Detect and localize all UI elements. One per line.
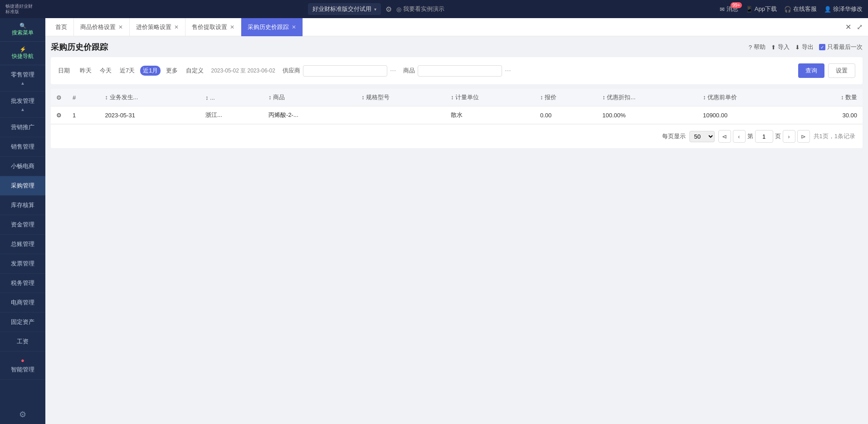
- data-table-container: ⚙ # ↕ 业务发生... ↕ ... ↕ 商品: [51, 89, 863, 148]
- date-yesterday[interactable]: 昨天: [77, 66, 94, 76]
- col-label: ↕ ...: [205, 94, 215, 101]
- sidebar-item-sales[interactable]: 销售管理: [0, 137, 45, 157]
- sidebar-item-purchase[interactable]: 采购管理: [0, 176, 45, 196]
- prev-page-button[interactable]: ‹: [733, 130, 746, 143]
- col-more[interactable]: ↕ ...: [200, 89, 263, 106]
- settings-icon[interactable]: ⚙: [385, 5, 392, 14]
- close-icon[interactable]: ✕: [230, 24, 234, 30]
- dot-icon: ●: [21, 357, 24, 364]
- table-row: ⚙ 1 2023-05-31 浙江... 丙烯酸-2-... 散水 0.00 1…: [51, 106, 863, 124]
- date-more[interactable]: 更多: [163, 66, 180, 76]
- first-page-button[interactable]: ⊲: [718, 130, 731, 143]
- tab-maximize-button[interactable]: ⤢: [855, 21, 864, 33]
- col-unit[interactable]: ↕ 计量单位: [445, 89, 535, 106]
- tab-price[interactable]: 商品价格设置 ✕: [74, 18, 130, 36]
- supplier-dots-button[interactable]: ···: [390, 67, 396, 75]
- supplier-input[interactable]: [303, 65, 387, 77]
- sidebar-item-inventory[interactable]: 库存核算: [0, 196, 45, 215]
- col-label: ↕ 数量: [841, 94, 857, 101]
- sidebar-item-label: 发票管理: [11, 260, 34, 268]
- logo-line2: 标准版: [5, 9, 33, 14]
- app-body: 🔍 搜索菜单 ⚡ 快捷导航 零售管理 ▲ 批发管理 ▲ 营销推广 销售管理 小畅…: [0, 18, 868, 424]
- col-quantity[interactable]: ↕ 数量: [800, 89, 863, 106]
- query-button[interactable]: 查询: [798, 63, 824, 78]
- next-page-button[interactable]: ›: [783, 130, 795, 143]
- chevron-down-icon: ▾: [374, 7, 376, 12]
- col-goods[interactable]: ↕ 商品: [263, 89, 356, 106]
- settings-button[interactable]: 设置: [828, 63, 855, 78]
- tab-label: 首页: [55, 23, 67, 31]
- sidebar-item-label: 销售管理: [11, 143, 34, 151]
- sidebar-item-accounting[interactable]: 总账管理: [0, 235, 45, 254]
- sidebar-quick-nav[interactable]: ⚡ 快捷导航: [0, 42, 45, 65]
- gear-icon: ⚙: [19, 410, 26, 419]
- sidebar-item-marketing[interactable]: 营销推广: [0, 118, 45, 137]
- page-number-input[interactable]: [755, 130, 773, 143]
- sidebar-item-label: 总账管理: [11, 240, 34, 248]
- col-biz-date[interactable]: ↕ 业务发生...: [99, 89, 200, 106]
- page-label-post: 页: [775, 132, 781, 140]
- per-page-select[interactable]: 50 10 20 100: [689, 131, 715, 142]
- nav-icon: ⚡: [20, 46, 26, 53]
- sidebar-item-finance[interactable]: 资金管理: [0, 215, 45, 235]
- col-price[interactable]: ↕ 报价: [535, 89, 597, 106]
- sidebar-item-fixed-assets[interactable]: 固定资产: [0, 313, 45, 332]
- tab-bar: 首页 商品价格设置 ✕ 进价策略设置 ✕ 售价提取设置 ✕ 采购历史价跟踪 ✕ …: [45, 18, 868, 36]
- sidebar-item-retail[interactable]: 零售管理 ▲: [0, 65, 45, 92]
- col-gear[interactable]: ⚙: [51, 89, 67, 106]
- date-last7[interactable]: 近7天: [117, 66, 137, 76]
- online-service-label: 在线客服: [793, 5, 817, 13]
- sidebar-item-label: 批发管理: [11, 97, 34, 105]
- demo-button[interactable]: ◎ 我要看实例演示: [396, 5, 444, 13]
- sidebar-item-ecommerce-small[interactable]: 小畅电商: [0, 157, 45, 176]
- goods-dots-button[interactable]: ···: [505, 67, 511, 75]
- tab-close-button[interactable]: ✕: [844, 21, 853, 33]
- col-pre-discount-price[interactable]: ↕ 优惠前单价: [697, 89, 800, 106]
- row-gear[interactable]: ⚙: [51, 106, 67, 124]
- demo-label: 我要看实例演示: [403, 5, 444, 13]
- version-selector[interactable]: 好业财标准版交付试用 ▾: [308, 3, 381, 15]
- sidebar-item-wholesale[interactable]: 批发管理 ▲: [0, 92, 45, 118]
- data-table: ⚙ # ↕ 业务发生... ↕ ... ↕ 商品: [51, 89, 863, 124]
- date-today[interactable]: 今天: [97, 66, 114, 76]
- date-last1m[interactable]: 近1月: [140, 66, 161, 76]
- main-area: 首页 商品价格设置 ✕ 进价策略设置 ✕ 售价提取设置 ✕ 采购历史价跟踪 ✕ …: [45, 18, 868, 424]
- sidebar-item-smart[interactable]: ●智能管理: [0, 352, 45, 380]
- sidebar-search[interactable]: 🔍 搜索菜单: [0, 18, 45, 42]
- phone-icon: 📱: [746, 6, 753, 13]
- user-menu[interactable]: 👤 徐泽华修改: [824, 5, 863, 13]
- last-page-button[interactable]: ⊳: [797, 130, 810, 143]
- sidebar-item-tax[interactable]: 税务管理: [0, 274, 45, 293]
- sidebar-item-salary[interactable]: 工资: [0, 332, 45, 352]
- tab-purchase-strategy[interactable]: 进价策略设置 ✕: [130, 18, 185, 36]
- import-button[interactable]: ⬆ 导入: [771, 43, 790, 51]
- import-icon: ⬆: [771, 44, 776, 51]
- user-icon: 👤: [824, 6, 831, 13]
- goods-input[interactable]: [418, 65, 502, 77]
- col-label: ↕ 优惠折扣...: [602, 94, 635, 101]
- close-icon[interactable]: ✕: [118, 24, 123, 30]
- demo-icon: ◎: [396, 6, 401, 13]
- sidebar-item-ecommerce[interactable]: 电商管理: [0, 293, 45, 313]
- sidebar-item-label: 小畅电商: [11, 162, 34, 170]
- app-download-button[interactable]: 📱 App下载: [746, 5, 777, 13]
- help-label: 帮助: [754, 43, 766, 51]
- row-spec: [356, 106, 445, 124]
- row-supplier: 浙江...: [200, 106, 263, 124]
- export-button[interactable]: ⬇ 导出: [795, 43, 814, 51]
- close-icon[interactable]: ✕: [292, 24, 296, 30]
- date-custom[interactable]: 自定义: [183, 66, 206, 76]
- tab-purchase-history[interactable]: 采购历史价跟踪 ✕: [241, 18, 303, 36]
- tab-sale-price[interactable]: 售价提取设置 ✕: [185, 18, 241, 36]
- tab-home[interactable]: 首页: [49, 18, 74, 36]
- help-button[interactable]: ? 帮助: [749, 43, 766, 51]
- col-discount[interactable]: ↕ 优惠折扣...: [597, 89, 697, 106]
- message-button[interactable]: ✉ 消息 99+: [720, 5, 738, 13]
- col-spec[interactable]: ↕ 规格型号: [356, 89, 445, 106]
- sidebar-item-invoice[interactable]: 发票管理: [0, 254, 45, 274]
- close-icon[interactable]: ✕: [174, 24, 179, 30]
- only-last-checkbox[interactable]: ✓ 只看最后一次: [819, 43, 863, 51]
- online-service-button[interactable]: 🎧 在线客服: [784, 5, 817, 13]
- sidebar-footer-settings[interactable]: ⚙: [0, 405, 45, 424]
- col-label: ↕ 业务发生...: [105, 94, 138, 101]
